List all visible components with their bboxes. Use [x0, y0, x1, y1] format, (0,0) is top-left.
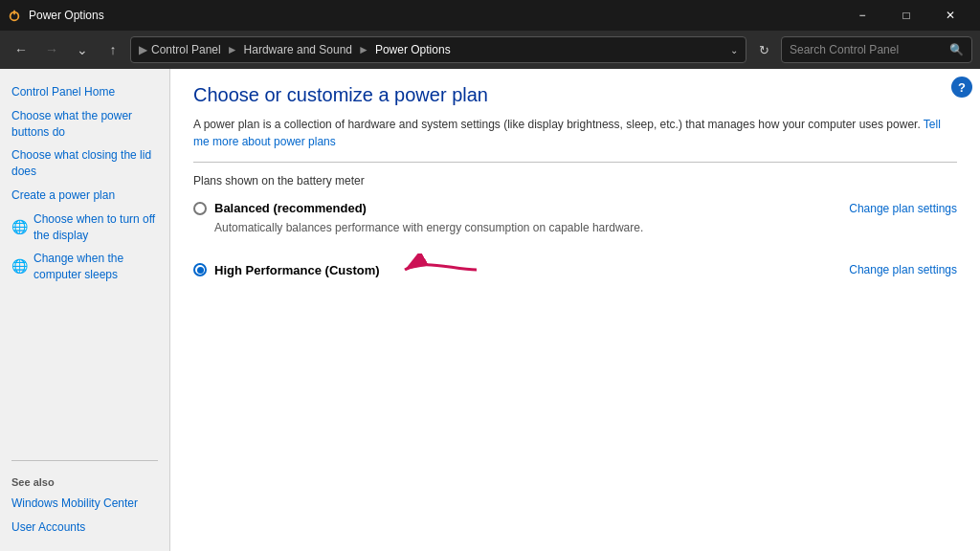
window-title: Power Options: [29, 9, 833, 22]
sidebar-label-control-panel-home: Control Panel Home: [11, 84, 115, 100]
addressbar: ← → ⌄ ↑ ▶ Control Panel ► Hardware and S…: [0, 31, 980, 69]
sidebar-item-computer-sleeps[interactable]: 🌐 Change when the computer sleeps: [0, 247, 169, 287]
sidebar-label-power-buttons: Choose what the power buttons do: [11, 108, 158, 141]
breadcrumb-sep-2: ►: [358, 43, 369, 56]
plan-high-performance-left: High Performance (Custom): [193, 253, 481, 286]
sidebar-label-create-power-plan: Create a power plan: [11, 187, 115, 204]
page-description: A power plan is a collection of hardware…: [193, 116, 957, 150]
sidebar-divider: [11, 460, 158, 461]
sidebar-label-user-accounts: User Accounts: [11, 519, 85, 536]
globe-icon-2: 🌐: [11, 257, 28, 276]
minimize-button[interactable]: −: [840, 0, 884, 31]
sidebar-item-mobility-center[interactable]: Windows Mobility Center: [0, 492, 169, 516]
page-title: Choose or customize a power plan: [193, 84, 957, 106]
breadcrumb-sep-1: ►: [227, 43, 238, 56]
sidebar: Control Panel Home Choose what the power…: [0, 69, 170, 551]
search-input[interactable]: [790, 43, 946, 56]
plan-high-performance-name: High Performance (Custom): [214, 263, 380, 277]
main-layout: Control Panel Home Choose what the power…: [0, 69, 980, 551]
sidebar-item-create-power-plan[interactable]: Create a power plan: [0, 184, 169, 208]
sidebar-label-turn-off-display: Choose when to turn off the display: [33, 211, 158, 244]
radio-balanced[interactable]: [193, 202, 207, 215]
breadcrumb-control-panel[interactable]: Control Panel: [151, 43, 221, 56]
content-area: Choose or customize a power plan A power…: [170, 69, 980, 551]
sidebar-item-turn-off-display[interactable]: 🌐 Choose when to turn off the display: [0, 208, 169, 248]
nav-back-button[interactable]: ←: [8, 36, 34, 63]
nav-up-button[interactable]: ↑: [100, 36, 126, 63]
sidebar-item-closing-lid[interactable]: Choose what closing the lid does: [0, 143, 169, 184]
close-button[interactable]: ✕: [928, 0, 972, 31]
address-box[interactable]: ▶ Control Panel ► Hardware and Sound ► P…: [130, 36, 746, 63]
plan-high-performance-row: High Performance (Custom) Change plan se…: [193, 250, 957, 290]
radio-high-performance[interactable]: [193, 263, 207, 276]
sidebar-label-mobility-center: Windows Mobility Center: [11, 496, 138, 512]
search-icon[interactable]: 🔍: [949, 43, 964, 56]
globe-icon-1: 🌐: [11, 218, 28, 237]
address-dropdown-arrow[interactable]: ⌄: [730, 45, 738, 55]
sidebar-item-control-panel-home[interactable]: Control Panel Home: [0, 80, 169, 104]
page-desc-text: A power plan is a collection of hardware…: [193, 118, 921, 131]
nav-recent-button[interactable]: ⌄: [69, 36, 96, 63]
plan-balanced: Balanced (recommended) Change plan setti…: [193, 197, 957, 234]
arrow-annotation: [395, 253, 481, 286]
sidebar-label-computer-sleeps: Change when the computer sleeps: [33, 251, 158, 283]
plan-balanced-left: Balanced (recommended): [193, 201, 367, 215]
window-controls: − □ ✕: [840, 0, 972, 31]
breadcrumb-power-options: Power Options: [375, 43, 451, 56]
change-plan-link-high-performance[interactable]: Change plan settings: [849, 263, 957, 276]
plan-balanced-row: Balanced (recommended) Change plan setti…: [193, 197, 957, 219]
nav-forward-button[interactable]: →: [38, 36, 65, 63]
help-button[interactable]: ?: [951, 77, 972, 98]
plan-balanced-name: Balanced (recommended): [214, 201, 367, 215]
search-box[interactable]: 🔍: [781, 36, 972, 63]
plans-divider: [193, 162, 957, 163]
maximize-button[interactable]: □: [884, 0, 928, 31]
see-also-label: See also: [0, 469, 169, 492]
plan-high-performance: High Performance (Custom) Change plan se…: [193, 250, 957, 290]
refresh-button[interactable]: ↻: [750, 36, 777, 63]
titlebar: Power Options − □ ✕: [0, 0, 980, 31]
sidebar-item-user-accounts[interactable]: User Accounts: [0, 516, 169, 540]
power-icon: [8, 9, 21, 22]
change-plan-link-balanced[interactable]: Change plan settings: [849, 202, 957, 215]
breadcrumb-hardware-sound[interactable]: Hardware and Sound: [244, 43, 352, 56]
plans-label: Plans shown on the battery meter: [193, 174, 957, 187]
plan-balanced-desc: Automatically balances performance with …: [193, 221, 957, 234]
sidebar-item-power-buttons[interactable]: Choose what the power buttons do: [0, 104, 169, 144]
sidebar-label-closing-lid: Choose what closing the lid does: [11, 147, 158, 180]
